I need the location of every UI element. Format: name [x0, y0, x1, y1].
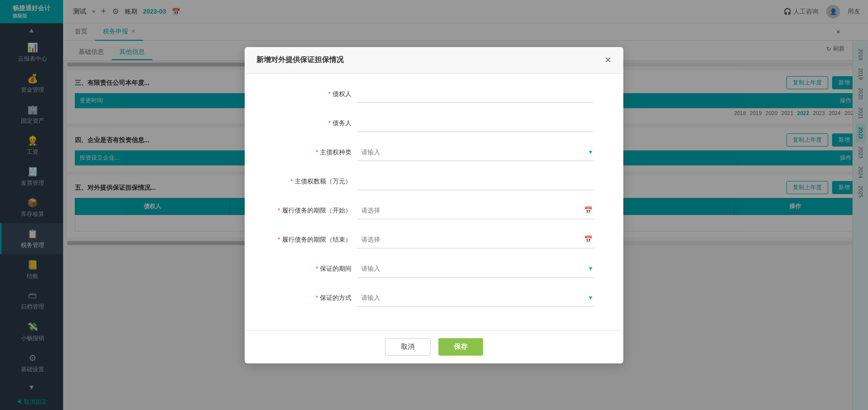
modal-footer: 取消 保存	[245, 330, 623, 363]
modal-overlay: 新增对外提供保证担保情况 ✕ * 债权人 * 债务人	[0, 0, 868, 410]
select-wrap-baozheng-fangshi: ▾	[357, 289, 594, 307]
form-row-zhuzhaiquanshue: * 主债权数额（万元）	[274, 173, 594, 190]
input-zhaiquanren[interactable]	[357, 85, 594, 103]
modal-body: * 债权人 * 债务人 * 主债权种类	[245, 74, 623, 330]
label-zhuzhaiquanshue: * 主债权数额（万元）	[274, 177, 351, 186]
select-wrap-zhuzhaiquanzhonglei: ▾	[357, 144, 594, 161]
form-row-baozheng-fangshi: * 保证的方式 ▾	[274, 289, 594, 307]
label-zhaiwuren: * 债务人	[274, 119, 351, 128]
form-row-zhaiquanren: * 债权人	[274, 85, 594, 103]
modal-dialog: 新增对外提供保证担保情况 ✕ * 债权人 * 债务人	[245, 47, 623, 363]
input-baozheng-fangshi[interactable]	[357, 292, 589, 303]
chevron-zhuzhaiquanzhonglei[interactable]: ▾	[589, 148, 594, 156]
modal-header: 新增对外提供保证担保情况 ✕	[245, 47, 623, 74]
chevron-baozheng-qijian[interactable]: ▾	[589, 264, 594, 272]
input-qixian-end[interactable]	[357, 234, 584, 245]
form-row-baozheng-qijian: * 保证的期间 ▾	[274, 260, 594, 278]
label-baozheng-qijian: * 保证的期间	[274, 264, 351, 273]
select-wrap-baozheng-qijian: ▾	[357, 260, 594, 278]
form-row-qixian-start: * 履行债务的期限（开始） 📅	[274, 202, 594, 219]
cancel-button[interactable]: 取消	[385, 338, 431, 356]
input-zhuzhaiquanzhonglei[interactable]	[357, 147, 589, 158]
input-qixian-start[interactable]	[357, 205, 584, 216]
date-wrap-qixian-start: 📅	[357, 202, 594, 219]
label-qixian-end: * 履行债务的期限（结束）	[274, 235, 351, 244]
label-baozheng-fangshi: * 保证的方式	[274, 294, 351, 302]
chevron-baozheng-fangshi[interactable]: ▾	[589, 294, 594, 301]
form-row-zhaiwuren: * 债务人	[274, 115, 594, 132]
calendar-end-icon[interactable]: 📅	[584, 235, 594, 243]
modal-close-button[interactable]: ✕	[604, 55, 612, 66]
input-baozheng-qijian[interactable]	[357, 263, 589, 274]
save-button[interactable]: 保存	[438, 338, 483, 356]
label-qixian-start: * 履行债务的期限（开始）	[274, 206, 351, 215]
input-zhuzhaiquanshue[interactable]	[357, 173, 594, 190]
date-wrap-qixian-end: 📅	[357, 231, 594, 248]
modal-title: 新增对外提供保证担保情况	[256, 55, 344, 65]
calendar-start-icon[interactable]: 📅	[584, 206, 594, 214]
input-zhaiwuren[interactable]	[357, 115, 594, 132]
label-zhaiquanren: * 债权人	[274, 90, 351, 98]
label-zhuzhaiquanzhonglei: * 主债权种类	[274, 148, 351, 157]
form-row-zhuzhaiquanzhonglei: * 主债权种类 ▾	[274, 144, 594, 161]
form-row-qixian-end: * 履行债务的期限（结束） 📅	[274, 231, 594, 248]
